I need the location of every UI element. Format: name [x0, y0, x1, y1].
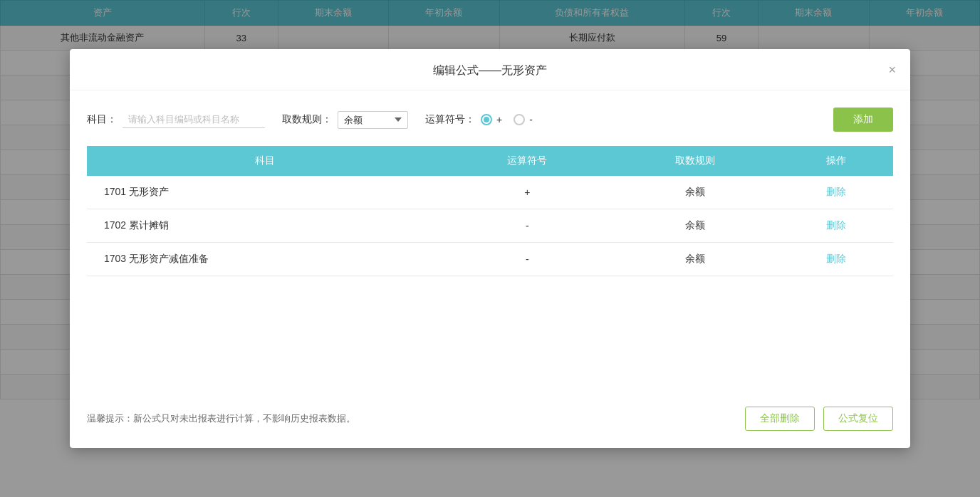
row2-delete-link[interactable]: 删除: [826, 219, 846, 231]
form-row: 科目： 取数规则： 余额 借方发生额 贷方发生额 期初余额: [87, 108, 893, 132]
subject-input[interactable]: [123, 111, 265, 128]
table-row: 1701 无形资产 + 余额 删除: [87, 176, 893, 209]
formula-table: 科目 运算符号 取数规则 操作 1701 无形资产 + 余额 删除: [87, 146, 893, 276]
modal-title: 编辑公式——无形资产: [433, 64, 547, 76]
operator-minus-label: -: [529, 114, 533, 125]
row1-action: 删除: [778, 176, 893, 209]
operator-field: 运算符号： + -: [425, 113, 533, 126]
row2-operator: -: [444, 209, 611, 243]
row2-subject: 1702 累计摊销: [87, 209, 444, 243]
table-header-subject: 科目: [87, 146, 444, 176]
operator-plus-label: +: [496, 114, 502, 125]
radio-minus-circle: [514, 114, 525, 125]
operator-radio-group: + -: [481, 114, 533, 125]
row3-subject: 1703 无形资产减值准备: [87, 243, 444, 276]
radio-plus-circle: [481, 114, 492, 125]
row3-action: 删除: [778, 243, 893, 276]
subject-field: 科目：: [87, 111, 265, 128]
modal-body: 科目： 取数规则： 余额 借方发生额 贷方发生额 期初余额: [70, 90, 910, 392]
rule-select[interactable]: 余额 借方发生额 贷方发生额 期初余额: [338, 111, 408, 129]
table-header-rule: 取数规则: [611, 146, 778, 176]
row2-rule: 余额: [611, 209, 778, 243]
edit-formula-modal: 编辑公式——无形资产 × 科目： 取数规则： 余额 借方发生额: [70, 49, 910, 448]
operator-minus-radio[interactable]: -: [514, 114, 533, 125]
row1-rule: 余额: [611, 176, 778, 209]
add-button[interactable]: 添加: [833, 108, 893, 132]
footer-hint: 温馨提示：新公式只对未出报表进行计算，不影响历史报表数据。: [87, 412, 355, 425]
table-row: 1703 无形资产减值准备 - 余额 删除: [87, 243, 893, 276]
delete-all-button[interactable]: 全部删除: [745, 407, 815, 431]
rule-select-wrapper: 余额 借方发生额 贷方发生额 期初余额: [338, 111, 408, 129]
subject-label: 科目：: [87, 113, 117, 126]
table-row: 1702 累计摊销 - 余额 删除: [87, 209, 893, 243]
modal-overlay: 编辑公式——无形资产 × 科目： 取数规则： 余额 借方发生额: [0, 0, 980, 497]
operator-plus-radio[interactable]: +: [481, 114, 502, 125]
row1-delete-link[interactable]: 删除: [826, 186, 846, 197]
table-header-action: 操作: [778, 146, 893, 176]
operator-label: 运算符号：: [425, 113, 475, 126]
modal-footer: 温馨提示：新公式只对未出报表进行计算，不影响历史报表数据。 全部删除 公式复位: [70, 392, 910, 448]
row3-operator: -: [444, 243, 611, 276]
table-header-operator: 运算符号: [444, 146, 611, 176]
footer-buttons: 全部删除 公式复位: [745, 407, 893, 431]
row3-rule: 余额: [611, 243, 778, 276]
modal-header: 编辑公式——无形资产 ×: [70, 49, 910, 90]
row1-subject: 1701 无形资产: [87, 176, 444, 209]
rule-field: 取数规则： 余额 借方发生额 贷方发生额 期初余额: [282, 111, 408, 129]
row1-operator: +: [444, 176, 611, 209]
row2-action: 删除: [778, 209, 893, 243]
modal-close-button[interactable]: ×: [888, 63, 896, 76]
row3-delete-link[interactable]: 删除: [826, 253, 846, 264]
reset-formula-button[interactable]: 公式复位: [823, 407, 893, 431]
rule-label: 取数规则：: [282, 113, 332, 126]
